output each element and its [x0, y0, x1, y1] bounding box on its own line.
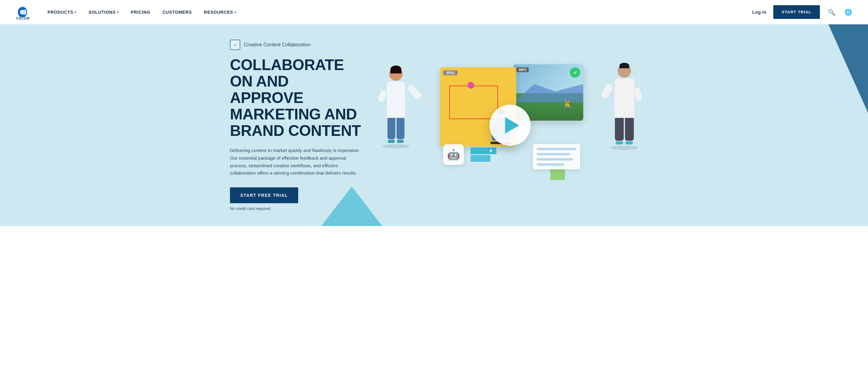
biker-figure: 🚴: [562, 98, 574, 110]
pink-dot-annotation: [467, 82, 474, 89]
woman-figure: [382, 67, 410, 148]
man-hair: [619, 63, 629, 68]
language-button[interactable]: 🌐: [843, 7, 854, 17]
hero-cta-area: START FREE TRIAL No credit card required…: [230, 187, 370, 211]
green-check-circle: ✓: [570, 67, 580, 78]
nav-item-resources[interactable]: RESOURCES ▾: [198, 0, 242, 24]
man-figure: [611, 64, 638, 150]
man-arm-left: [600, 83, 614, 99]
man-arm-right: [634, 87, 642, 101]
badge-text: Creative Content Collaboration: [244, 42, 311, 48]
start-free-trial-button[interactable]: START FREE TRIAL: [230, 187, 298, 203]
mp4-label-badge: MP4: [516, 67, 529, 72]
globe-icon: 🌐: [844, 8, 852, 16]
logo-link[interactable]: CELUM: [14, 4, 30, 20]
navbar: CELUM PRODUCTS ▾ SOLUTIONS ▾ PRICING CUS…: [0, 0, 868, 24]
hero-left: ✓ Creative Content Collaboration COLLABO…: [230, 39, 370, 211]
woman-arm-left: [377, 90, 387, 103]
bot-card: 🤖: [443, 144, 464, 165]
woman-body: [387, 81, 405, 118]
woman-arm-right: [406, 84, 423, 100]
nav-item-pricing[interactable]: PRICING: [125, 0, 156, 24]
chevron-down-icon: ▾: [117, 11, 119, 14]
woman-hair: [391, 65, 401, 74]
flow-connector-1: [470, 147, 496, 154]
chevron-down-icon: ▾: [235, 11, 236, 14]
hero-badge: ✓ Creative Content Collaboration: [230, 39, 370, 50]
nav-item-customers[interactable]: CUSTOMERS: [156, 0, 198, 24]
triangle-decoration-right: [828, 24, 868, 113]
hero-illustration: JPEG: [382, 55, 638, 195]
man-body: [615, 78, 634, 118]
svg-text:CELUM: CELUM: [16, 17, 30, 20]
man-head: [618, 64, 631, 78]
celum-logo-icon: CELUM: [14, 4, 30, 20]
media-interface: JPEG: [437, 64, 583, 186]
selection-rect: [449, 86, 498, 119]
cta-note: No credit card required.: [230, 206, 271, 211]
search-button[interactable]: 🔍: [827, 7, 837, 17]
nav-links: PRODUCTS ▾ SOLUTIONS ▾ PRICING CUSTOMERS…: [41, 0, 752, 24]
woman-shadow: [382, 144, 410, 148]
nav-item-solutions[interactable]: SOLUTIONS ▾: [83, 0, 125, 24]
content-panel: [533, 144, 580, 169]
man-shadow: [611, 146, 638, 150]
badge-checkbox-icon: ✓: [230, 39, 240, 50]
hero-section: ✓ Creative Content Collaboration COLLABO…: [0, 24, 868, 226]
search-icon: 🔍: [828, 8, 835, 16]
nav-item-products[interactable]: PRODUCTS ▾: [41, 0, 83, 24]
start-trial-button[interactable]: START TRIAL: [773, 5, 820, 19]
login-button[interactable]: Log in: [752, 9, 767, 14]
nav-right: Log in START TRIAL 🔍 🌐: [752, 5, 854, 19]
hero-description: Delivering content to market quickly and…: [230, 147, 361, 177]
flow-connector-2: [470, 155, 490, 162]
woman-pants: [388, 118, 404, 139]
woman-head: [389, 67, 403, 81]
jpeg-label-badge: JPEG: [443, 70, 458, 75]
hero-title: COLLABORATE ON AND APPROVE MARKETING AND…: [230, 57, 370, 139]
chevron-down-icon: ▾: [74, 11, 76, 14]
play-button[interactable]: [490, 105, 531, 146]
play-triangle-icon: [505, 117, 519, 134]
hero-content: ✓ Creative Content Collaboration COLLABO…: [206, 39, 662, 211]
man-pants: [615, 118, 634, 141]
